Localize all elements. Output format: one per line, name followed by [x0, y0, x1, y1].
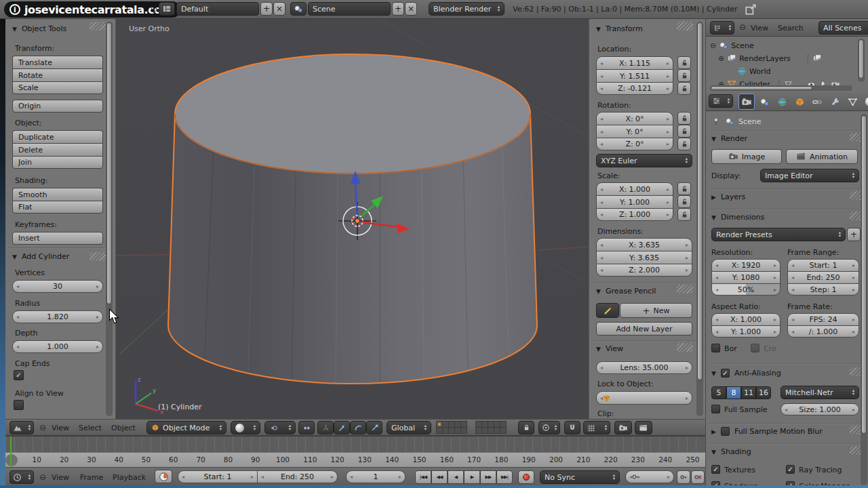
timeline-start-field[interactable]: Start: 1	[178, 470, 258, 483]
x-axis-arrowhead[interactable]	[397, 223, 410, 233]
outliner-item-label[interactable]: Scene	[731, 41, 754, 50]
dimensions-panel-header[interactable]: Dimensions	[711, 213, 764, 222]
transform-panel-header[interactable]: Transform	[596, 24, 643, 33]
smooth-button[interactable]: Smooth	[12, 188, 103, 201]
n-panel-scrollbar[interactable]	[696, 22, 703, 416]
select-menu[interactable]: Select	[79, 424, 102, 432]
opengl-render-animation-button[interactable]	[635, 421, 652, 434]
translate-manipulator-button[interactable]	[334, 421, 350, 434]
delete-keyframe-button-timeline[interactable]	[691, 470, 705, 484]
layer-cell[interactable]	[500, 427, 507, 434]
vertices-slider[interactable]: 30	[12, 280, 103, 293]
z-axis-arrowhead[interactable]	[351, 171, 360, 184]
outliner-item-label[interactable]: World	[749, 67, 771, 76]
outliner-item-label[interactable]: RenderLayers	[739, 54, 791, 63]
aa-samples-11-button[interactable]: 11	[741, 386, 756, 399]
tab-object[interactable]	[791, 94, 808, 110]
manipulator-toggle-button[interactable]	[317, 421, 334, 434]
collapse-menus-icon[interactable]	[39, 423, 46, 432]
scale-x-lock-button[interactable]	[677, 182, 691, 195]
grease-pencil-new-button[interactable]: + New	[620, 303, 692, 318]
previous-keyframe-button[interactable]: ◀◀	[431, 470, 448, 484]
collapse-icon[interactable]	[710, 41, 716, 50]
panel-drag-grip[interactable]	[90, 22, 106, 30]
fps-base-field[interactable]: /: 1.000	[787, 325, 859, 338]
lock-to-object-field[interactable]	[596, 391, 692, 405]
scene-delete-button[interactable]	[405, 2, 417, 16]
aa-size-field[interactable]: Size: 1.000	[781, 403, 859, 415]
tab-render[interactable]	[738, 94, 755, 110]
scene-selector[interactable]: Scene	[308, 2, 391, 16]
layers-widget[interactable]	[437, 422, 511, 434]
insert-keyframe-button-timeline[interactable]	[677, 470, 690, 484]
panel-drag-grip[interactable]	[677, 343, 693, 352]
aa-filter-selector[interactable]: Mitchell-Netr	[781, 386, 859, 399]
play-button[interactable]: ▶	[464, 470, 480, 484]
lens-field[interactable]: Lens: 35.000	[596, 361, 692, 374]
aspect-y-field[interactable]: Y: 1.000	[711, 325, 781, 338]
fps-field[interactable]: FPS: 24	[787, 313, 859, 325]
ray-tracing-checkbox[interactable]	[786, 465, 795, 474]
timeline-ruler[interactable]: 1020304050607080901001101201301401501601…	[5, 452, 705, 467]
rotation-x-field[interactable]: X: 0°	[596, 112, 673, 125]
time-display-toggle-button[interactable]	[155, 470, 172, 483]
rotate-button[interactable]: Rotate	[12, 68, 103, 81]
n-panel-scrollbar-thumb[interactable]	[697, 22, 703, 380]
object-tools-panel-header[interactable]: Object Tools	[12, 24, 66, 33]
scale-z-field[interactable]: Z: 1.000	[596, 208, 673, 221]
render-presets-selector[interactable]: Render Presets	[711, 228, 846, 241]
transform-orientation-selector[interactable]: Global	[387, 421, 431, 434]
dimension-x-field[interactable]: X: 3.635	[596, 238, 692, 251]
outliner-hscrollbar-thumb[interactable]	[711, 86, 812, 90]
pivot-point-selector[interactable]	[264, 421, 296, 434]
object-menu[interactable]: Object	[111, 424, 136, 432]
full-sample-checkbox[interactable]	[711, 405, 720, 413]
rotation-z-lock-button[interactable]	[677, 138, 691, 150]
origin-button[interactable]: Origin	[12, 100, 103, 113]
pin-icon[interactable]	[711, 117, 721, 127]
transform-manipulator[interactable]	[298, 161, 434, 256]
layers-grid[interactable]	[437, 422, 472, 434]
editor-type-selector-outliner[interactable]	[710, 21, 734, 35]
tab-scene[interactable]	[756, 94, 772, 110]
opengl-render-image-button[interactable]	[614, 421, 632, 434]
auto-keyframe-record-button[interactable]	[518, 470, 534, 484]
layers-grid[interactable]	[476, 422, 511, 434]
duplicate-window-icon[interactable]	[745, 3, 757, 16]
location-x-lock-button[interactable]	[677, 56, 691, 69]
outliner-row-world[interactable]: World	[737, 65, 771, 77]
manipulate-center-points-button[interactable]: ↔	[298, 421, 315, 434]
add-preset-button[interactable]	[847, 228, 861, 241]
scale-button[interactable]: Scale	[12, 81, 103, 94]
align-to-view-checkbox[interactable]	[14, 400, 24, 410]
jump-to-start-button[interactable]: |◀◀	[415, 470, 431, 484]
outliner-filter-selector[interactable]: All Scenes	[818, 21, 868, 35]
proportional-edit-selector[interactable]	[538, 421, 560, 434]
snap-element-selector[interactable]	[583, 421, 610, 434]
outliner-search-menu[interactable]: Search	[778, 24, 804, 33]
rotation-y-field[interactable]: Y: 0°	[596, 125, 673, 138]
z-axis-handle[interactable]	[355, 183, 357, 217]
timeline-playback-menu[interactable]: Playback	[113, 473, 146, 482]
display-selector[interactable]: Image Editor	[760, 169, 859, 182]
expand-icon[interactable]	[718, 54, 724, 63]
aa-samples-5-button[interactable]: 5	[711, 386, 726, 399]
resolution-y-field[interactable]: Y: 1080	[711, 271, 781, 283]
current-frame-line[interactable]	[10, 436, 12, 467]
delete-button[interactable]: Delete	[12, 143, 103, 156]
screen-layout-add-button[interactable]	[260, 2, 273, 16]
shading-panel-header[interactable]: Shading	[711, 447, 751, 456]
translate-button[interactable]: Translate	[12, 56, 103, 68]
rotate-manipulator-button[interactable]	[350, 421, 366, 434]
outliner-vscrollbar[interactable]	[858, 39, 865, 82]
frame-start-field[interactable]: Start: 1	[787, 259, 859, 271]
sync-mode-selector[interactable]: No Sync	[540, 470, 620, 484]
insert-keyframe-button[interactable]: Insert	[12, 232, 103, 245]
dimension-z-field[interactable]: Z: 2.000	[596, 264, 692, 277]
add-cylinder-panel-header[interactable]: Add Cylinder	[12, 252, 69, 261]
location-x-field[interactable]: X: 1.115	[596, 56, 673, 69]
view-menu[interactable]: View	[52, 424, 69, 432]
outliner-hscrollbar[interactable]	[710, 85, 852, 91]
layer-cell[interactable]	[460, 427, 467, 434]
timeline-view-menu[interactable]: View	[52, 473, 69, 482]
